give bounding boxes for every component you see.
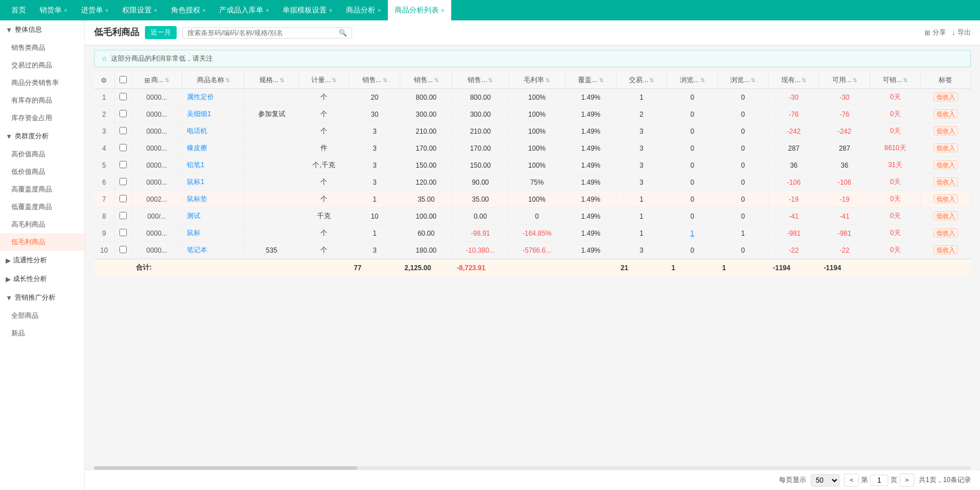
row-code: 0000... <box>131 123 182 140</box>
sidebar-item-inventory-value[interactable]: 库存资金占用 <box>0 109 84 127</box>
nav-product-analysis-list[interactable]: 商品分析列表 × <box>388 0 451 20</box>
row-browse2: 0 <box>718 208 769 225</box>
row-browse1[interactable]: 0 <box>667 157 718 174</box>
row-sales-qty: 10 <box>349 208 400 225</box>
next-page-button[interactable]: ＞ <box>900 474 914 487</box>
nav-template-settings[interactable]: 单据模板设置 × <box>276 0 339 20</box>
nav-home[interactable]: 首页 <box>5 0 33 20</box>
row-browse1[interactable]: 0 <box>667 140 718 157</box>
row-checkbox[interactable] <box>119 229 127 236</box>
row-checkbox[interactable] <box>119 144 127 151</box>
row-name[interactable]: 鼠标1 <box>182 174 245 191</box>
row-browse1[interactable]: 0 <box>667 242 718 259</box>
col-settings[interactable]: ⚙ <box>94 72 114 89</box>
row-browse1[interactable]: 0 <box>667 89 718 106</box>
row-checkbox[interactable] <box>119 246 127 253</box>
nav-role-auth[interactable]: 角色授权 × <box>164 0 213 20</box>
sidebar-item-low-coverage[interactable]: 低覆盖度商品 <box>0 198 84 216</box>
nav-close-icon[interactable]: × <box>105 7 109 14</box>
row-spec <box>245 174 299 191</box>
nav-sales-order[interactable]: 销货单 × <box>33 0 74 20</box>
nav-close-icon[interactable]: × <box>203 7 206 14</box>
row-name[interactable]: 吴细细1 <box>182 106 245 123</box>
col-unit: 计量... ⇅ <box>298 72 349 89</box>
nav-close-icon[interactable]: × <box>441 7 444 14</box>
nav-close-icon[interactable]: × <box>64 7 67 14</box>
search-icon[interactable]: 🔍 <box>339 29 347 37</box>
search-input[interactable] <box>187 29 339 37</box>
row-checkbox[interactable] <box>119 110 127 117</box>
sidebar-item-low-value[interactable]: 低价值商品 <box>0 163 84 181</box>
nav-purchase-order[interactable]: 进货单 × <box>74 0 115 20</box>
row-name[interactable]: 属性定价 <box>182 89 245 106</box>
nav-permissions[interactable]: 权限设置 × <box>115 0 164 20</box>
row-checkbox[interactable] <box>119 195 127 202</box>
row-coverage: 1.49% <box>566 106 617 123</box>
row-transaction: 1 <box>616 225 667 242</box>
row-browse1[interactable]: 0 <box>667 123 718 140</box>
row-name[interactable]: 电话机 <box>182 123 245 140</box>
row-name[interactable]: 铅笔1 <box>182 157 245 174</box>
sidebar-group-overall[interactable]: ▼ 整体信息 <box>0 20 84 39</box>
row-num: 6 <box>94 174 114 191</box>
row-browse1[interactable]: 0 <box>667 174 718 191</box>
row-checkbox[interactable] <box>119 161 127 168</box>
nav-product-inbound[interactable]: 产成品入库单 × <box>212 0 276 20</box>
sidebar-item-high-coverage[interactable]: 高覆盖度商品 <box>0 181 84 198</box>
row-transaction: 3 <box>616 123 667 140</box>
row-checkbox[interactable] <box>119 178 127 185</box>
row-browse1[interactable]: 0 <box>667 106 718 123</box>
nav-close-icon[interactable]: × <box>329 7 332 14</box>
nav-close-icon[interactable]: × <box>266 7 269 14</box>
row-saleable: 0天 <box>870 123 921 140</box>
select-all-checkbox[interactable] <box>119 76 127 83</box>
row-sales-amount: 170.00 <box>452 140 508 157</box>
row-name[interactable]: 测试 <box>182 208 245 225</box>
row-browse1[interactable]: 0 <box>667 208 718 225</box>
row-available: -981 <box>819 225 870 242</box>
sidebar-item-new-products[interactable]: 新品 <box>0 325 84 342</box>
sidebar-item-high-value[interactable]: 高价值商品 <box>0 146 84 163</box>
sidebar-item-sales-products[interactable]: 销售类商品 <box>0 39 84 57</box>
row-checkbox[interactable] <box>119 212 127 219</box>
sidebar-item-category-sales-rate[interactable]: 商品分类销售率 <box>0 74 84 92</box>
row-checkbox[interactable] <box>119 127 127 134</box>
row-sales-price: 35.00 <box>400 191 452 208</box>
row-name[interactable]: 笔记本 <box>182 242 245 259</box>
sidebar-group-liquidity[interactable]: ▶ 流通性分析 <box>0 251 84 270</box>
row-gross-margin: 100% <box>508 123 565 140</box>
row-checkbox[interactable] <box>119 93 127 100</box>
sidebar-group-growth[interactable]: ▶ 成长性分析 <box>0 270 84 288</box>
col-checkbox[interactable] <box>114 72 131 89</box>
nav-product-analysis[interactable]: 商品分析 × <box>339 0 388 20</box>
row-unit: 个 <box>298 174 349 191</box>
sidebar-group-marketing[interactable]: ▼ 营销推广分析 <box>0 288 84 307</box>
row-browse1[interactable]: 0 <box>667 191 718 208</box>
sidebar-item-all-products[interactable]: 全部商品 <box>0 307 84 325</box>
row-name[interactable]: 鼠标垫 <box>182 191 245 208</box>
row-name[interactable]: 橡皮擦 <box>182 140 245 157</box>
row-browse1[interactable]: 1 <box>667 225 718 242</box>
row-sales-amount: 0.00 <box>452 208 508 225</box>
nav-close-icon[interactable]: × <box>378 7 381 14</box>
share-button[interactable]: ⊞ 分享 <box>925 28 946 37</box>
export-button[interactable]: ↓ 导出 <box>952 28 971 37</box>
pagination-bar: 每页显示 50 100 200 ＜ 第 页 ＞ 共1页，10条记录 <box>85 470 980 490</box>
row-code: 000/... <box>131 208 182 225</box>
row-available: -242 <box>819 123 870 140</box>
table-row: 2 0000... 吴细细1 参加复试 个 30 300.00 300.00 1… <box>94 106 971 123</box>
row-unit: 个 <box>298 123 349 140</box>
filter-button[interactable]: 近一月 <box>145 26 177 39</box>
prev-page-button[interactable]: ＜ <box>844 474 859 487</box>
sidebar-item-low-margin[interactable]: 低毛利商品 <box>0 233 84 251</box>
sidebar-item-traded-products[interactable]: 交易过的商品 <box>0 57 84 74</box>
row-spec <box>245 225 299 242</box>
row-name[interactable]: 鼠标 <box>182 225 245 242</box>
sidebar-item-high-margin[interactable]: 高毛利商品 <box>0 216 84 233</box>
sidebar-item-in-stock[interactable]: 有库存的商品 <box>0 92 84 109</box>
per-page-select[interactable]: 50 100 200 <box>811 474 840 487</box>
row-saleable: 0天 <box>870 242 921 259</box>
page-input[interactable] <box>870 475 888 486</box>
nav-close-icon[interactable]: × <box>154 7 157 14</box>
sidebar-group-cluster[interactable]: ▼ 类群度分析 <box>0 127 84 146</box>
